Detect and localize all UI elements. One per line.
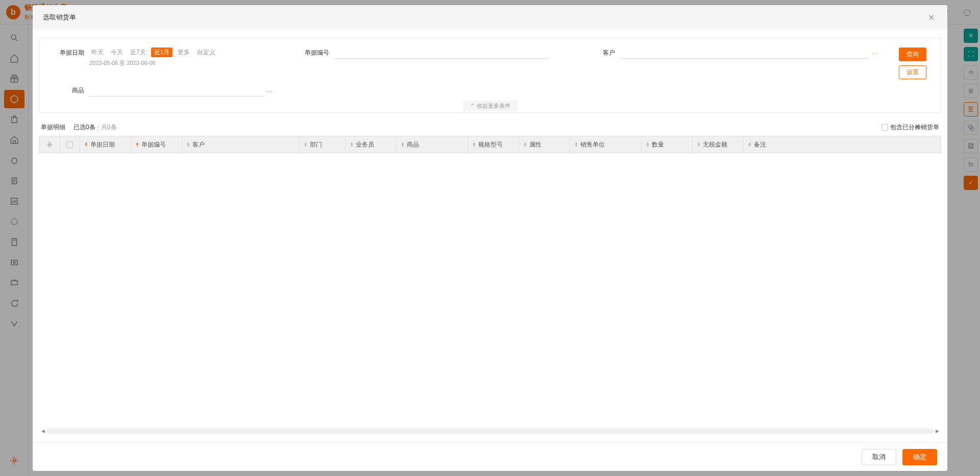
column-label: 无税金额 [703,140,727,149]
close-icon[interactable]: ✕ [925,11,937,23]
column-header-date[interactable]: ▲▼单据日期 [80,136,131,153]
include-split-label: 包含已分摊销货单 [890,123,939,132]
modal-dialog: 选取销货单 ✕ 单据日期 昨天今天近7天近1月更多自定义 2023-05-06 … [33,5,947,471]
list-title: 单据明细 [41,123,65,132]
filter-product-label: 商品 [54,85,84,95]
column-header-customer[interactable]: ▲▼客户 [182,136,300,153]
confirm-button[interactable]: 确定 [902,449,937,465]
sort-icon: ▲▼ [472,142,476,147]
filter-docno-label: 单据编号 [299,47,329,57]
table-body [39,153,941,426]
selected-count: 已选0条 [74,123,95,132]
column-header-attr[interactable]: ▲▼属性 [519,136,570,153]
customer-input[interactable] [620,47,869,59]
list-header: 单据明细 已选0条 | 共0条 包含已分摊销货单 [39,123,941,132]
product-input[interactable] [89,85,263,97]
svg-point-10 [48,144,51,146]
scroll-track[interactable] [46,429,934,434]
cancel-button[interactable]: 取消 [862,449,896,465]
filter-date-label: 单据日期 [54,47,84,57]
column-header-unit[interactable]: ▲▼销售单位 [570,136,642,153]
table-header-row: ▲▼单据日期▲▼单据编号▲▼客户▲▼部门▲▼业务员▲▼商品▲▼规格型号▲▼属性▲… [39,136,941,153]
column-header-amount[interactable]: ▲▼无税金额 [693,136,744,153]
column-label: 单据日期 [90,140,115,149]
date-tag-0[interactable]: 昨天 [89,47,106,57]
column-label: 客户 [192,140,205,149]
column-header-no[interactable]: ▲▼单据编号 [131,136,182,153]
filter-customer-label: 客户 [584,47,615,57]
settings-button[interactable]: 设置 [899,65,926,79]
date-tag-4[interactable]: 更多 [176,47,192,57]
column-settings-button[interactable] [39,136,60,153]
sort-icon: ▲▼ [697,142,701,147]
column-label: 单据编号 [141,140,166,149]
product-more-icon[interactable]: ··· [266,87,273,94]
sort-icon: ▲▼ [350,142,354,147]
column-header-sales[interactable]: ▲▼业务员 [346,136,397,153]
column-header-qty[interactable]: ▲▼数量 [642,136,693,153]
column-label: 业务员 [356,140,374,149]
date-tag-5[interactable]: 自定义 [195,47,217,57]
date-tag-2[interactable]: 近7天 [128,47,148,57]
column-label: 商品 [407,140,419,149]
select-all-checkbox[interactable] [66,141,73,148]
sort-icon: ▲▼ [186,142,190,147]
column-header-product[interactable]: ▲▼商品 [397,136,468,153]
sort-icon: ▲▼ [646,142,650,147]
gear-icon [46,141,53,148]
query-button[interactable]: 查询 [899,47,926,61]
column-header-spec[interactable]: ▲▼规格型号 [468,136,519,153]
sort-icon: ▲▼ [523,142,527,147]
column-label: 销售单位 [580,140,605,149]
sort-icon: ▲▼ [401,142,405,147]
date-range: 2023-05-06 至 2023-06-06 [89,59,217,67]
customer-more-icon[interactable]: ··· [872,50,878,57]
include-split-checkbox[interactable] [881,124,888,131]
count-separator: | [97,124,99,131]
column-label: 规格型号 [478,140,503,149]
sort-icon: ▲▼ [135,142,139,147]
column-header-dept[interactable]: ▲▼部门 [300,136,346,153]
sort-icon: ▲▼ [574,142,578,147]
modal-footer: 取消 确定 [33,442,947,471]
total-count: 共0条 [101,123,117,132]
scroll-right-icon[interactable]: ▶ [934,429,940,434]
date-tag-1[interactable]: 今天 [109,47,125,57]
collapse-up-icon: ⌃ [470,103,475,109]
filter-panel: 单据日期 昨天今天近7天近1月更多自定义 2023-05-06 至 2023-0… [39,38,941,113]
column-label: 数量 [652,140,664,149]
filter-buttons: 查询 设置 [899,47,926,79]
modal-header: 选取销货单 ✕ [33,5,947,30]
date-tag-3[interactable]: 近1月 [151,47,173,57]
scroll-left-icon[interactable]: ◀ [40,429,46,434]
column-header-remark[interactable]: ▲▼备注 [744,136,927,153]
date-tags: 昨天今天近7天近1月更多自定义 [89,47,217,57]
column-label: 部门 [310,140,322,149]
sort-icon: ▲▼ [304,142,308,147]
select-all-cell[interactable] [60,136,80,153]
column-label: 备注 [754,140,766,149]
horizontal-scrollbar[interactable]: ◀ ▶ [39,428,941,434]
sort-icon: ▲▼ [84,142,88,147]
sort-icon: ▲▼ [748,142,752,147]
modal-body: 单据日期 昨天今天近7天近1月更多自定义 2023-05-06 至 2023-0… [33,30,947,442]
collapse-conditions-button[interactable]: ⌃ 收起更多条件 [463,101,518,111]
column-label: 属性 [529,140,542,149]
modal-overlay: 选取销货单 ✕ 单据日期 昨天今天近7天近1月更多自定义 2023-05-06 … [0,0,980,476]
docno-input[interactable] [334,47,549,59]
modal-title: 选取销货单 [43,13,76,22]
